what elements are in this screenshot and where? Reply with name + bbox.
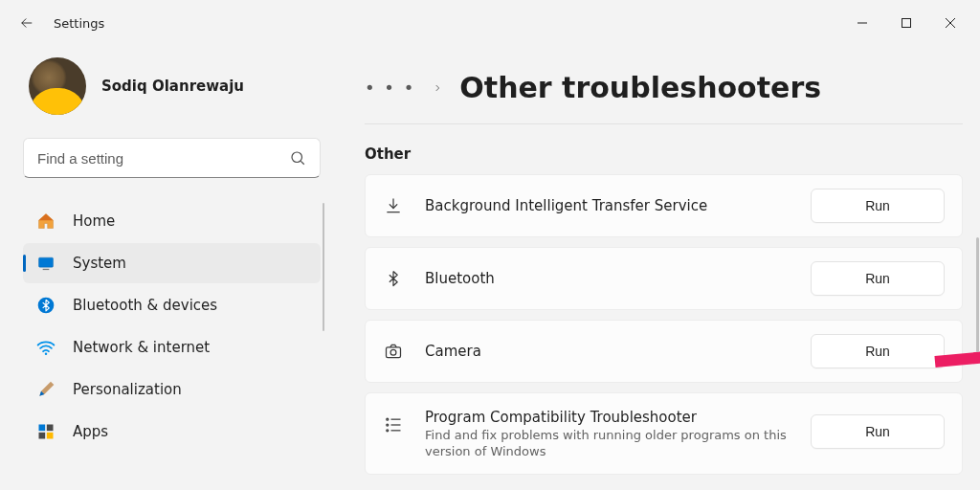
sidebar-item-label: System <box>73 255 126 272</box>
close-icon <box>945 17 956 29</box>
minimize-button[interactable] <box>840 8 884 38</box>
breadcrumb: • • • Other troubleshooters <box>365 54 963 122</box>
app-title: Settings <box>54 16 104 31</box>
run-button[interactable]: Run <box>811 189 945 223</box>
card-title: Camera <box>425 343 790 360</box>
svg-point-4 <box>292 152 302 163</box>
sidebar-item-system[interactable]: System <box>23 243 321 283</box>
troubleshooter-card-camera: Camera Run <box>365 320 963 383</box>
paintbrush-icon <box>36 380 56 399</box>
troubleshooter-card-bits: Background Intelligent Transfer Service … <box>365 174 963 237</box>
main-panel: • • • Other troubleshooters Other Backgr… <box>340 46 980 490</box>
profile-name: Sodiq Olanrewaju <box>101 78 244 95</box>
svg-point-21 <box>387 424 389 426</box>
chevron-right-icon <box>433 80 442 96</box>
search-icon <box>289 149 306 167</box>
minimize-icon <box>857 17 868 29</box>
svg-rect-1 <box>902 19 911 28</box>
window-controls <box>840 8 972 38</box>
sidebar-item-home[interactable]: Home <box>23 201 321 241</box>
sidebar-item-label: Bluetooth & devices <box>73 297 217 314</box>
wifi-icon <box>36 338 56 357</box>
run-button[interactable]: Run <box>811 261 945 296</box>
scrollbar-thumb[interactable] <box>976 237 979 352</box>
search-box[interactable] <box>23 138 321 178</box>
sidebar-item-bluetooth[interactable]: Bluetooth & devices <box>23 285 321 325</box>
svg-rect-8 <box>43 269 50 270</box>
sidebar-item-label: Network & internet <box>73 339 210 356</box>
list-settings-icon <box>383 414 404 435</box>
svg-rect-15 <box>387 347 401 358</box>
sidebar-item-label: Home <box>73 212 115 230</box>
home-icon <box>36 212 56 231</box>
close-button[interactable] <box>928 8 972 38</box>
sidebar-item-network[interactable]: Network & internet <box>23 327 321 368</box>
sidebar-item-label: Personalization <box>73 381 182 398</box>
system-icon <box>36 254 56 273</box>
svg-rect-12 <box>47 425 54 432</box>
apps-icon <box>36 422 56 441</box>
card-description: Find and fix problems with running older… <box>425 428 790 460</box>
bluetooth-icon <box>383 268 404 289</box>
sidebar-item-apps[interactable]: Apps <box>23 412 321 452</box>
svg-point-16 <box>390 349 396 355</box>
svg-point-20 <box>387 418 389 420</box>
maximize-button[interactable] <box>884 8 928 38</box>
card-title: Bluetooth <box>425 270 790 287</box>
titlebar: Settings <box>0 0 980 46</box>
svg-point-10 <box>45 352 48 355</box>
run-button[interactable]: Run <box>811 334 945 368</box>
breadcrumb-ellipsis[interactable]: • • • <box>365 78 415 98</box>
card-title: Program Compatibility Troubleshooter <box>425 409 790 426</box>
sidebar-item-personalization[interactable]: Personalization <box>23 369 321 410</box>
bluetooth-icon <box>36 296 56 315</box>
download-icon <box>383 195 404 216</box>
run-button[interactable]: Run <box>811 414 945 449</box>
divider <box>365 123 963 124</box>
sidebar-nav: Home System Bluetooth & devices Network … <box>23 201 321 452</box>
search-input[interactable] <box>37 150 289 167</box>
avatar <box>29 57 86 115</box>
svg-line-5 <box>301 161 303 164</box>
sidebar-item-label: Apps <box>73 423 108 440</box>
svg-rect-13 <box>39 433 46 439</box>
back-button[interactable] <box>8 4 46 42</box>
sidebar: Sodiq Olanrewaju Home System <box>0 46 340 490</box>
svg-point-22 <box>387 430 389 432</box>
svg-rect-14 <box>47 433 54 439</box>
card-title: Background Intelligent Transfer Service <box>425 197 790 214</box>
sidebar-scroll-indicator <box>323 203 324 331</box>
svg-rect-11 <box>39 425 46 432</box>
maximize-icon <box>901 17 912 29</box>
section-heading: Other <box>365 145 963 163</box>
back-arrow-icon <box>18 14 35 32</box>
troubleshooter-card-program-compat: Program Compatibility Troubleshooter Fin… <box>365 392 963 475</box>
svg-rect-6 <box>39 257 54 267</box>
page-title: Other troubleshooters <box>459 71 821 104</box>
troubleshooter-card-bluetooth: Bluetooth Run <box>365 247 963 310</box>
camera-icon <box>383 341 404 362</box>
profile-block[interactable]: Sodiq Olanrewaju <box>23 46 321 138</box>
